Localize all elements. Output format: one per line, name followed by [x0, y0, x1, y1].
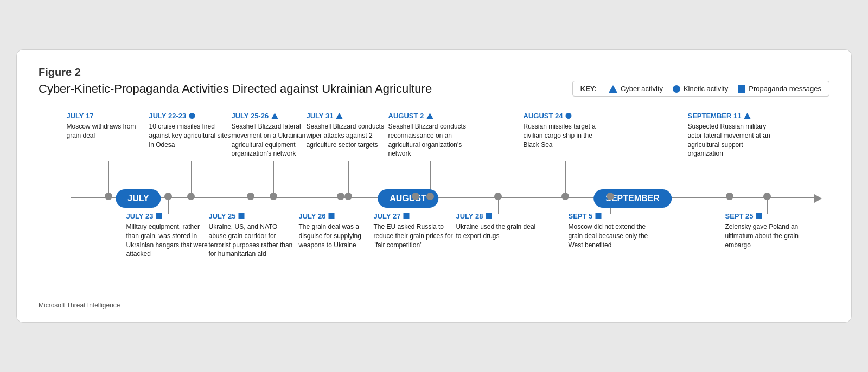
event-text-below-3: The EU asked Russia to reduce their grai… [374, 222, 458, 249]
event-text-above-0: Moscow withdraws from grain deal [67, 122, 151, 140]
square-icon [238, 213, 244, 219]
event-below-0: JULY 23Military equipment, rather than g… [126, 212, 210, 259]
event-text-below-5: Moscow did not extend the grain deal bec… [569, 222, 653, 249]
event-text-below-6: Zelensky gave Poland an ultimatum about … [725, 222, 809, 249]
event-above-0: JULY 17Moscow withdraws from grain deal [67, 112, 151, 140]
vline-above-3 [348, 161, 349, 197]
key-cyber-label: Cyber activity [621, 85, 663, 93]
dot-below-0 [164, 193, 172, 200]
triangle-icon [426, 113, 433, 119]
dot-below-2 [337, 193, 344, 200]
event-below-1: JULY 25Ukraine, US, and NATO abuse grain… [209, 212, 293, 259]
key-kinetic-label: Kinetic activity [684, 85, 728, 93]
key-propaganda-label: Propaganda messages [749, 85, 821, 93]
timeline-arrow [814, 194, 822, 203]
square-icon [756, 213, 762, 219]
vline-below-1 [251, 198, 251, 214]
vline-above-2 [273, 161, 274, 197]
dot-above-4 [426, 193, 434, 200]
event-text-below-1: Ukraine, US, and NATO abuse grain corrid… [209, 222, 293, 259]
event-date-above-2: JULY 25-26 [232, 112, 316, 120]
main-container: Figure 2 Cyber-Kinetic-Propaganda Activi… [16, 49, 852, 323]
event-date-above-4: AUGUST 2 [388, 112, 473, 120]
vline-above-1 [191, 161, 192, 197]
dot-above-2 [270, 193, 277, 200]
event-text-above-1: 10 cruise missiles fired against key agr… [149, 122, 233, 149]
square-icon [156, 213, 162, 219]
circle-icon [673, 85, 680, 93]
key-label: KEY: [580, 85, 597, 93]
event-below-6: SEPT 25Zelensky gave Poland an ultimatum… [725, 212, 809, 249]
dot-above-3 [344, 193, 352, 200]
event-above-6: SEPTEMBER 11Suspected Russian military a… [688, 112, 772, 158]
dot-below-4 [494, 193, 502, 200]
square-icon [328, 213, 334, 219]
event-date-above-0: JULY 17 [67, 112, 151, 120]
event-text-above-4: Seashell Blizzard conducts reconnaissanc… [388, 122, 473, 158]
key-kinetic: Kinetic activity [673, 85, 728, 93]
vline-above-0 [108, 161, 109, 197]
vline-above-5 [565, 161, 566, 197]
event-above-2: JULY 25-26Seashell Blizzard lateral move… [232, 112, 316, 158]
dot-below-5 [607, 193, 614, 200]
event-date-above-1: JULY 22-23 [149, 112, 233, 120]
timeline: JULYAUGUSTSEPTEMBERJULY 17Moscow withdra… [39, 112, 829, 296]
event-date-above-6: SEPTEMBER 11 [688, 112, 772, 120]
circle-icon [565, 113, 571, 119]
event-below-4: JULY 28Ukraine used the grain deal to ex… [456, 212, 540, 241]
event-text-above-2: Seashell Blizzard lateral movement on a … [232, 122, 316, 158]
dot-above-1 [187, 193, 195, 200]
dot-below-3 [412, 193, 419, 200]
triangle-icon [336, 113, 342, 119]
event-text-below-2: The grain deal was a disguise for supply… [299, 222, 383, 249]
square-icon [486, 213, 492, 219]
square-icon [595, 213, 601, 219]
event-date-above-5: AUGUST 24 [524, 112, 608, 120]
vline-below-4 [498, 198, 499, 214]
event-text-above-3: Seashell Blizzard conducts wiper attacks… [307, 122, 391, 149]
event-text-below-0: Military equipment, rather than grain, w… [126, 222, 210, 259]
figure-title: Cyber-Kinetic-Propaganda Activities Dire… [39, 82, 432, 96]
vline-below-6 [767, 198, 768, 214]
event-below-3: JULY 27The EU asked Russia to reduce the… [374, 212, 458, 249]
event-text-above-6: Suspected Russian military actor lateral… [688, 122, 772, 158]
event-text-above-5: Russian missiles target a civilian cargo… [524, 122, 608, 149]
month-july: JULY [116, 189, 161, 208]
event-date-above-3: JULY 31 [307, 112, 391, 120]
vline-below-0 [168, 198, 169, 214]
vline-above-6 [730, 161, 730, 197]
event-below-5: SEPT 5Moscow did not extend the grain de… [569, 212, 653, 249]
event-text-below-4: Ukraine used the grain deal to export dr… [456, 222, 540, 241]
key-propaganda: Propaganda messages [738, 85, 821, 93]
triangle-icon [609, 85, 617, 93]
month-september: SEPTEMBER [593, 189, 672, 208]
dot-above-6 [726, 193, 733, 200]
vline-below-2 [341, 198, 341, 214]
event-above-1: JULY 22-2310 cruise missiles fired again… [149, 112, 233, 149]
dot-above-5 [561, 193, 569, 200]
square-icon [403, 213, 409, 219]
event-above-5: AUGUST 24Russian missiles target a civil… [524, 112, 608, 149]
event-above-4: AUGUST 2Seashell Blizzard conducts recon… [388, 112, 473, 158]
square-icon [738, 85, 745, 93]
event-below-2: JULY 26The grain deal was a disguise for… [299, 212, 383, 249]
triangle-icon [744, 113, 750, 119]
event-above-3: JULY 31Seashell Blizzard conducts wiper … [307, 112, 391, 149]
circle-icon [189, 113, 195, 119]
dot-below-1 [247, 193, 254, 200]
footer: Microsoft Threat Intelligence [39, 302, 829, 309]
dot-above-0 [105, 193, 112, 200]
legend-box: KEY: Cyber activity Kinetic activity Pro… [572, 81, 829, 97]
timeline-line [71, 197, 819, 198]
triangle-icon [271, 113, 278, 119]
key-cyber: Cyber activity [609, 85, 663, 93]
figure-label: Figure 2 [39, 66, 829, 79]
dot-below-6 [763, 193, 771, 200]
